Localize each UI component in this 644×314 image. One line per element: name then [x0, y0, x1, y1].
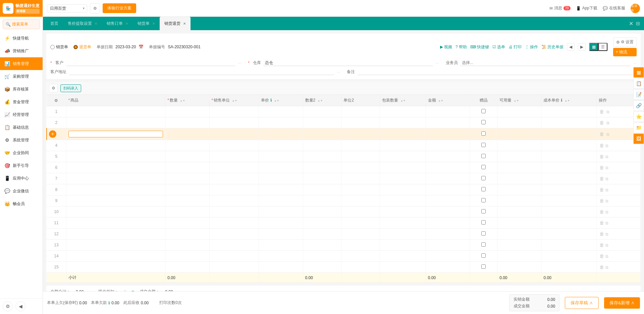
radio-sale-input[interactable] [50, 45, 55, 49]
tab-price-settings[interactable]: 售价提取设置 ✕ [63, 17, 102, 30]
customer-dots[interactable]: ··· [238, 61, 241, 65]
view-grid-button[interactable]: ▦ [589, 43, 598, 51]
product-input-active[interactable] [68, 131, 163, 137]
sidebar-item-operations[interactable]: 📈 经营管理 [0, 108, 43, 121]
online-service-button[interactable]: 💬 在线客服 [603, 5, 625, 11]
search-menu-button[interactable]: 🔍 搜索菜单 [3, 19, 40, 29]
product-cell-active[interactable] [66, 128, 165, 140]
tabbar-expand-button[interactable]: ⊟ [635, 19, 641, 27]
copy-row-button[interactable]: ⧉ [606, 131, 610, 137]
unit-cell[interactable] [209, 117, 259, 128]
delete-row-button[interactable]: 🗑 [599, 264, 605, 270]
cost-price-cell[interactable] [541, 117, 596, 128]
gift-checkbox[interactable] [481, 131, 486, 136]
help-icon-debt[interactable]: ℹ [108, 301, 110, 305]
right-float-folder-button[interactable]: 📁 [633, 122, 644, 133]
copy-row-button[interactable]: ⧉ [605, 154, 609, 160]
gift-checkbox[interactable] [481, 109, 486, 113]
tab-sales-bill[interactable]: 销货单 ✕ [133, 17, 160, 30]
tab-sales-bill-close[interactable]: ✕ [152, 22, 155, 25]
gift-checkbox[interactable] [481, 264, 486, 269]
nav-prev-button[interactable]: ◀ [567, 43, 575, 51]
table-settings-button[interactable]: ⚙ [49, 84, 58, 92]
sidebar-item-apps[interactable]: 📱 应用中心 [0, 172, 43, 185]
sidebar-item-guide[interactable]: 🎯 新手引导 [0, 159, 43, 172]
pkg-qty-cell[interactable] [380, 117, 426, 128]
right-float-link-button[interactable]: 🔗 [633, 100, 644, 111]
sidebar-item-finance[interactable]: 💰 资金管理 [0, 96, 43, 108]
delete-row-button[interactable]: 🗑 [599, 186, 605, 193]
sidebar-settings-button[interactable]: ⚙ [3, 301, 13, 311]
quantity-cell[interactable] [165, 117, 209, 128]
gift-checkbox[interactable] [481, 209, 486, 213]
copy-row-button[interactable]: ⧉ [605, 231, 609, 237]
gift-cell[interactable] [470, 106, 497, 117]
tab-sales-order[interactable]: 销售订单 ✕ [102, 17, 133, 30]
salesperson-input[interactable] [461, 60, 631, 66]
calendar-icon[interactable]: 📅 [139, 45, 144, 49]
pkg-qty-cell[interactable] [380, 128, 426, 140]
sidebar-item-sales[interactable]: 📊 销售管理 [0, 57, 43, 70]
gift-checkbox[interactable] [481, 220, 486, 225]
delete-row-button[interactable]: 🗑 [599, 164, 605, 171]
sidebar-item-purchase[interactable]: 🛒 采购管理 [0, 70, 43, 83]
daily-goods-select[interactable]: 日用百货 [47, 4, 87, 12]
note-input[interactable] [358, 69, 637, 75]
toolbar-history[interactable]: 📜 历史单据 [541, 44, 564, 50]
sidebar-collapse-button[interactable]: ◀ [15, 301, 25, 311]
tab-home[interactable]: 首页 [46, 17, 63, 30]
sidebar-item-shortcut[interactable]: ⚡ 快捷导航 [0, 32, 43, 45]
cost-price-cell[interactable] [541, 128, 596, 140]
sidebar-item-basics[interactable]: 📋 基础信息 [0, 121, 43, 134]
qty2-cell[interactable] [303, 106, 341, 117]
sidebar-item-marketing[interactable]: 📣 营销推广 [0, 45, 43, 57]
tabbar-close-button[interactable]: ✕ [628, 19, 635, 28]
delete-row-button[interactable]: 🗑 [599, 231, 605, 237]
radio-return[interactable]: 退货单 [73, 44, 91, 50]
add-row-button[interactable]: + [49, 130, 56, 138]
gift-checkbox[interactable] [481, 176, 486, 180]
toolbar-shortcut[interactable]: ⌨ 快捷键 [470, 44, 489, 50]
copy-row-button[interactable]: ⧉ [606, 109, 610, 115]
sidebar-item-wechat[interactable]: 💬 企业微信 [0, 185, 43, 197]
settings-form-button[interactable]: ⚙ ⚙ 设置 [613, 38, 637, 47]
topbar-settings-button[interactable]: ⚙ [90, 3, 100, 13]
delete-row-button[interactable]: 🗑 [599, 253, 605, 259]
address-dots[interactable]: ··· [337, 70, 340, 74]
save-new-button[interactable]: 保存&新增 ∧ [604, 297, 640, 309]
sidebar-item-system[interactable]: ⚙ 系统管理 [0, 134, 43, 146]
gift-checkbox[interactable] [481, 231, 486, 236]
right-float-grid-button[interactable]: ▦ [633, 67, 644, 78]
unit-cell[interactable] [209, 106, 259, 117]
warehouse-input[interactable] [264, 60, 433, 66]
tab-sales-return[interactable]: 销货退货 ✕ [160, 17, 191, 30]
right-float-list-button[interactable]: 📋 [633, 78, 644, 89]
amount-cell[interactable] [426, 106, 470, 117]
sidebar-item-cooperation[interactable]: 🤝 企业协同 [0, 146, 43, 159]
gift-checkbox[interactable] [481, 154, 486, 158]
right-float-image-button[interactable]: 🖼 [633, 133, 644, 144]
delete-row-button[interactable]: 🗑 [599, 208, 605, 215]
toolbar-select[interactable]: ☑ 选单 [492, 44, 505, 50]
amount-cell[interactable] [426, 117, 470, 128]
delete-row-button[interactable]: 🗑 [599, 131, 605, 137]
available-cell[interactable] [497, 128, 541, 140]
unit-cell[interactable] [209, 128, 259, 140]
unit2-cell[interactable] [341, 117, 380, 128]
message-button[interactable]: ✉ 消息 70 [549, 5, 571, 11]
sidebar-item-member[interactable]: 👑 畅会员 [0, 197, 43, 210]
quantity-cell[interactable] [165, 106, 209, 117]
copy-row-button[interactable]: ⧉ [605, 242, 609, 248]
gift-checkbox[interactable] [481, 120, 486, 124]
nav-next-button[interactable]: ▶ [578, 43, 586, 51]
copy-row-button[interactable]: ⧉ [605, 209, 609, 215]
price-cell[interactable] [259, 128, 303, 140]
salesperson-dots[interactable]: ··· [633, 61, 637, 65]
available-cell[interactable] [497, 117, 541, 128]
scan-input-button[interactable]: 扫码录入 [60, 84, 81, 92]
copy-row-button[interactable]: ⧉ [606, 120, 610, 126]
qty2-cell[interactable] [303, 117, 341, 128]
copy-row-button[interactable]: ⧉ [605, 165, 609, 171]
price-cell[interactable] [259, 106, 303, 117]
copy-row-button[interactable]: ⧉ [605, 187, 609, 193]
